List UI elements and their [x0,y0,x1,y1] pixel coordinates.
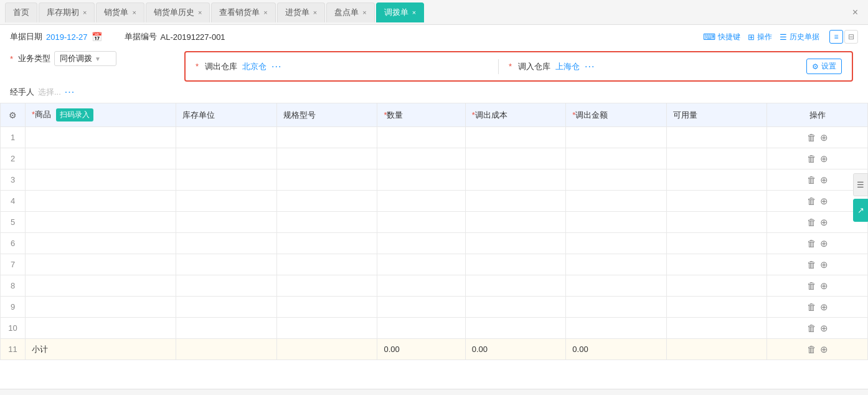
cell-unit[interactable] [176,148,277,169]
copy-icon[interactable]: ⊕ [820,196,828,207]
cell-product[interactable] [26,297,176,318]
cell-qty[interactable] [377,212,465,233]
close-icon[interactable]: × [263,9,267,16]
cell-unit[interactable] [176,169,277,191]
copy-icon[interactable]: ⊕ [820,174,828,186]
cell-avail[interactable] [666,233,767,254]
cell-avail[interactable] [666,212,767,233]
cell-cost[interactable] [465,191,566,212]
operation-btn[interactable]: ⊞ 操作 [748,32,772,42]
close-icon[interactable]: × [198,9,202,16]
copy-icon[interactable]: ⊕ [820,280,828,292]
copy-icon[interactable]: ⊕ [820,323,828,334]
cell-cost[interactable] [465,318,566,339]
tab-stocktake[interactable]: 盘点单 × [326,2,374,22]
cell-product[interactable] [26,169,176,191]
cell-avail[interactable] [666,169,767,191]
cell-spec[interactable] [276,191,377,212]
close-icon[interactable]: × [83,9,87,16]
cell-qty[interactable] [377,233,465,254]
cell-spec[interactable] [276,275,377,297]
delete-icon[interactable]: 🗑 [807,153,816,164]
cell-qty[interactable] [377,297,465,318]
cell-unit[interactable] [176,318,277,339]
delete-icon[interactable]: 🗑 [807,323,816,333]
cell-amount[interactable] [566,127,667,148]
delete-icon[interactable]: 🗑 [807,302,816,312]
cell-amount[interactable] [566,318,667,339]
cell-unit[interactable] [176,275,277,297]
cell-avail[interactable] [666,275,767,297]
shortcut-btn[interactable]: ⌨ 快捷键 [703,32,740,42]
cell-cost[interactable] [465,275,566,297]
cell-amount[interactable] [566,191,667,212]
cell-avail[interactable] [666,297,767,318]
copy-icon[interactable]: ⊕ [820,238,828,249]
cell-unit[interactable] [176,233,277,254]
in-warehouse-dots[interactable]: ··· [585,61,595,72]
cell-spec[interactable] [276,148,377,169]
cell-cost[interactable] [465,254,566,275]
handler-dots[interactable]: ··· [65,87,75,98]
cell-product[interactable] [26,127,176,148]
cell-cost[interactable] [465,233,566,254]
delete-icon[interactable]: 🗑 [807,280,816,291]
copy-icon[interactable]: ⊕ [820,259,828,270]
tab-inventory-init[interactable]: 库存期初 × [39,2,95,22]
cell-avail[interactable] [666,254,767,275]
cell-product[interactable] [26,275,176,297]
side-expand-btn[interactable]: ↗ [853,199,868,222]
tab-transfer[interactable]: 调拨单 × [376,2,424,22]
cell-product[interactable] [26,191,176,212]
cell-product[interactable] [26,212,176,233]
tab-view-sales[interactable]: 查看销货单 × [211,2,275,22]
cell-amount[interactable] [566,212,667,233]
close-icon[interactable]: × [362,9,366,16]
cell-avail[interactable] [666,318,767,339]
table-header-gear[interactable]: ⚙ [1,103,26,127]
cell-product[interactable] [26,233,176,254]
cell-unit[interactable] [176,191,277,212]
copy-icon[interactable]: ⊕ [820,217,828,228]
window-close-icon[interactable]: × [852,7,858,18]
history-btn[interactable]: ☰ 历史单据 [780,32,819,42]
cell-avail[interactable] [666,127,767,148]
cell-product[interactable] [26,148,176,169]
cell-qty[interactable] [377,318,465,339]
close-icon[interactable]: × [412,9,416,16]
cell-spec[interactable] [276,233,377,254]
cell-qty[interactable] [377,254,465,275]
delete-icon[interactable]: 🗑 [807,132,816,143]
cell-unit[interactable] [176,297,277,318]
cell-spec[interactable] [276,212,377,233]
out-warehouse-dots[interactable]: ··· [271,61,281,72]
horizontal-scrollbar[interactable] [0,389,868,395]
cell-spec[interactable] [276,254,377,275]
cell-amount[interactable] [566,275,667,297]
cell-cost[interactable] [465,127,566,148]
tab-purchase[interactable]: 进货单 × [277,2,325,22]
cell-unit[interactable] [176,254,277,275]
close-icon[interactable]: × [313,9,317,16]
gear-icon[interactable]: ⚙ [9,110,17,120]
scan-entry-btn[interactable]: 扫码录入 [56,108,93,121]
cell-cost[interactable] [465,297,566,318]
tab-home[interactable]: 首页 [5,2,37,22]
cell-amount[interactable] [566,254,667,275]
cell-unit[interactable] [176,212,277,233]
close-icon[interactable]: × [132,9,136,16]
cell-amount[interactable] [566,169,667,191]
cell-amount[interactable] [566,148,667,169]
copy-icon[interactable]: ⊕ [820,344,828,355]
date-value[interactable]: 2019-12-27 [46,32,88,42]
cell-spec[interactable] [276,297,377,318]
cell-avail[interactable] [666,191,767,212]
cell-unit[interactable] [176,127,277,148]
copy-icon[interactable]: ⊕ [820,302,828,313]
layout-btn-1[interactable]: ≡ [829,30,843,44]
copy-icon[interactable]: ⊕ [820,153,828,164]
cell-qty[interactable] [377,275,465,297]
cell-cost[interactable] [465,148,566,169]
cell-amount[interactable] [566,233,667,254]
cell-avail[interactable] [666,148,767,169]
